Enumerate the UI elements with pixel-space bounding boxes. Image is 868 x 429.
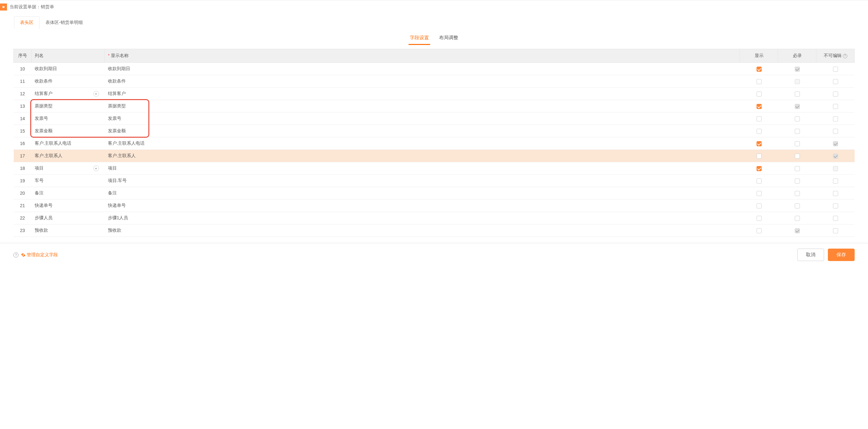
checkbox-show[interactable] (756, 67, 762, 72)
add-subfield-button[interactable]: + (93, 165, 99, 171)
table-row: 13票据类型票据类型 (14, 100, 855, 113)
col-header-show: 显示 (740, 49, 778, 63)
checkbox-readonly[interactable] (833, 79, 838, 84)
checkbox-readonly[interactable] (833, 203, 838, 208)
table-row: 16客户.主联系人电话客户.主联系人电话 (14, 137, 855, 150)
add-subfield-button[interactable]: + (93, 91, 99, 96)
cell-colname: 发票号 (32, 113, 105, 125)
cell-required (778, 150, 816, 162)
main-tab-1[interactable]: 表体区-销货单明细 (39, 16, 89, 29)
checkbox-show[interactable] (756, 228, 762, 233)
cell-dispname[interactable]: 客户.主联系人电话 (105, 137, 740, 150)
cell-dispname[interactable]: 预收款 (105, 224, 740, 237)
checkbox-required[interactable] (795, 203, 800, 208)
sub-tab-0[interactable]: 字段设置 (408, 35, 430, 45)
checkbox-required[interactable] (795, 91, 800, 96)
cancel-button[interactable]: 取消 (797, 249, 824, 261)
cell-colname: 备注 (32, 187, 105, 200)
colname-text: 车号 (35, 178, 43, 183)
checkbox-show[interactable] (756, 191, 762, 196)
colname-text: 客户.主联系人电话 (35, 141, 72, 146)
checkbox-required (795, 104, 800, 109)
cell-dispname[interactable]: 收款到期日 (105, 63, 740, 75)
cell-dispname[interactable]: 收款条件 (105, 75, 740, 88)
checkbox-readonly[interactable] (833, 216, 838, 221)
checkbox-required[interactable] (795, 166, 800, 171)
help-icon[interactable]: ? (843, 54, 847, 58)
checkbox-required[interactable] (795, 129, 800, 134)
cell-required (778, 212, 816, 224)
checkbox-show[interactable] (756, 79, 762, 84)
checkbox-readonly[interactable] (833, 178, 838, 183)
cell-dispname[interactable]: 项目 (105, 162, 740, 175)
cell-show (740, 113, 778, 125)
cell-show (740, 200, 778, 212)
manage-custom-fields-link[interactable]: 管理自定义字段 (21, 252, 58, 258)
footer-left: ? 管理自定义字段 (13, 252, 58, 258)
cell-readonly (816, 125, 855, 137)
checkbox-required[interactable] (795, 154, 800, 159)
cell-dispname[interactable]: 项目.车号 (105, 175, 740, 187)
checkbox-show[interactable] (756, 141, 762, 146)
cell-dispname[interactable]: 票据类型 (105, 100, 740, 113)
checkbox-readonly[interactable] (833, 116, 838, 121)
checkbox-required[interactable] (795, 191, 800, 196)
checkbox-show[interactable] (756, 178, 762, 183)
cell-dispname[interactable]: 发票金额 (105, 125, 740, 137)
cell-show (740, 75, 778, 88)
checkbox-required (795, 67, 800, 72)
cell-show (740, 63, 778, 75)
current-doc-label: 当前设置单据：销货单 (9, 4, 54, 10)
table-row: 21快递单号快递单号 (14, 200, 855, 212)
checkbox-readonly[interactable] (833, 104, 838, 109)
checkbox-required[interactable] (795, 116, 800, 121)
table-header-row: 序号 列名 *显示名称 显示 必录 不可编辑? (14, 49, 855, 63)
checkbox-show[interactable] (756, 166, 762, 171)
checkbox-show[interactable] (756, 91, 762, 96)
checkbox-required[interactable] (795, 178, 800, 183)
checkbox-required[interactable] (795, 216, 800, 221)
cell-dispname[interactable]: 快递单号 (105, 200, 740, 212)
cell-dispname[interactable]: 步骤1人员 (105, 212, 740, 224)
cell-show (740, 187, 778, 200)
cell-required (778, 100, 816, 113)
checkbox-readonly[interactable] (833, 228, 838, 233)
save-button[interactable]: 保存 (828, 249, 855, 261)
cell-required (778, 75, 816, 88)
checkbox-readonly[interactable] (833, 129, 838, 134)
checkbox-readonly[interactable] (833, 191, 838, 196)
cell-seq: 20 (14, 187, 32, 200)
field-settings-table: 序号 列名 *显示名称 显示 必录 不可编辑? 10收款到期日收款到期日11收款… (13, 49, 855, 237)
cell-colname: 收款到期日 (32, 63, 105, 75)
checkbox-readonly[interactable] (833, 91, 838, 96)
question-icon[interactable]: ? (13, 252, 19, 258)
required-star: * (108, 53, 110, 58)
cell-colname: 快递单号 (32, 200, 105, 212)
main-tab-0[interactable]: 表头区 (14, 16, 39, 29)
checkbox-show[interactable] (756, 116, 762, 121)
colname-text: 备注 (35, 190, 43, 195)
cell-dispname[interactable]: 结算客户 (105, 88, 740, 100)
table-row: 22步骤人员步骤1人员 (14, 212, 855, 224)
cell-dispname[interactable]: 发票号 (105, 113, 740, 125)
checkbox-show[interactable] (756, 203, 762, 208)
checkbox-show[interactable] (756, 154, 762, 159)
cell-seq: 10 (14, 63, 32, 75)
cell-show (740, 137, 778, 150)
cell-required (778, 88, 816, 100)
colname-text: 项目 (35, 165, 43, 171)
sub-tab-1[interactable]: 布局调整 (438, 35, 460, 45)
checkbox-required[interactable] (795, 141, 800, 146)
collapse-toggle[interactable] (0, 3, 7, 10)
checkbox-readonly[interactable] (833, 67, 838, 72)
cell-show (740, 162, 778, 175)
checkbox-show[interactable] (756, 104, 762, 109)
cell-dispname[interactable]: 客户.主联系人 (105, 150, 740, 162)
checkbox-show[interactable] (756, 129, 762, 134)
cell-dispname[interactable]: 备注 (105, 187, 740, 200)
checkbox-show[interactable] (756, 216, 762, 221)
top-bar: 当前设置单据：销货单 (0, 0, 868, 14)
checkbox-required (795, 79, 800, 84)
footer-bar: ? 管理自定义字段 取消 保存 (0, 243, 868, 266)
cell-colname: 预收款 (32, 224, 105, 237)
